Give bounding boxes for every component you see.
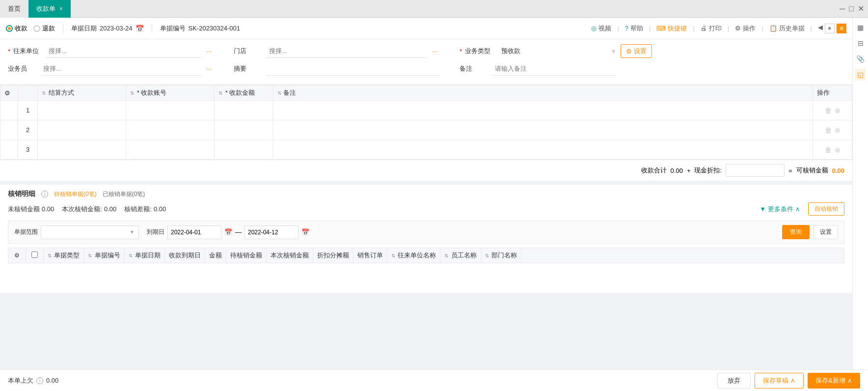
td-note-1[interactable] [273, 101, 813, 120]
td-amount-3[interactable] [215, 140, 273, 160]
select-all-checkbox[interactable] [31, 251, 38, 258]
window-close-icon[interactable]: ✕ [858, 4, 864, 13]
action-video[interactable]: ◎ 视频 [591, 24, 611, 33]
delete-row-1-icon[interactable]: 🗑 [825, 107, 832, 114]
stat-info-icon[interactable]: i [36, 377, 43, 384]
copy-row-3-icon[interactable]: ⊕ [835, 146, 841, 154]
total-label: 收款合计 [641, 166, 667, 175]
delete-row-3-icon[interactable]: 🗑 [825, 146, 832, 154]
copy-row-1-icon[interactable]: ⊕ [835, 107, 841, 114]
save-draft-button[interactable]: 保存草稿 ∧ [755, 373, 804, 389]
sort-icon-amount[interactable]: ⇅ [218, 90, 222, 96]
date-from-input[interactable] [167, 225, 221, 239]
delete-row-2-icon[interactable]: 🗑 [825, 126, 832, 134]
note-input[interactable] [492, 62, 617, 76]
summary-input[interactable] [266, 62, 440, 76]
window-maximize-icon[interactable]: □ [849, 4, 854, 13]
action-help[interactable]: ? 帮助 [625, 24, 643, 33]
staff-input[interactable] [40, 62, 201, 76]
table-row: 3 🗑 ⊕ [0, 140, 852, 160]
bth-current: 本次核销金额 [267, 248, 313, 263]
td-settings-1 [0, 101, 18, 120]
view-grid-icon[interactable]: ⊞ [837, 24, 846, 33]
tab-home[interactable]: 首页 [0, 0, 28, 18]
sort-vendor-icon[interactable]: ⇅ [391, 253, 395, 258]
radio-tuikuan[interactable]: 退款 [33, 24, 55, 33]
bth-settings[interactable]: ⚙ [8, 249, 26, 262]
sidebar-expand-icon[interactable]: ◱ [855, 69, 866, 81]
calendar-from-icon[interactable]: 📅 [224, 228, 232, 236]
td-jiesuan-2[interactable] [38, 120, 126, 140]
save-new-button[interactable]: 保存&新增 ∧ [808, 373, 860, 389]
sort-number-icon[interactable]: ⇅ [88, 253, 92, 258]
td-settings-2 [0, 120, 18, 140]
note-field: 备注 [460, 62, 617, 76]
tab-bar-right: ─ □ ✕ [840, 4, 868, 13]
td-jiesuan-1[interactable] [38, 101, 126, 120]
sort-icon-jiesuan[interactable]: ⇅ [42, 90, 46, 96]
sort-dept-icon[interactable]: ⇅ [485, 253, 489, 258]
action-print[interactable]: 🖨 打印 [701, 24, 722, 33]
settings-button[interactable]: ⚙ 设置 [621, 44, 652, 58]
sort-icon-account[interactable]: ⇅ [130, 90, 134, 96]
td-account-1[interactable] [126, 101, 215, 120]
more-conditions-btn[interactable]: ▼ 更多条件 ∧ [760, 205, 800, 214]
td-amount-2[interactable] [215, 120, 273, 140]
sort-type-icon[interactable]: ⇅ [48, 253, 52, 258]
bth-checkbox[interactable] [26, 249, 44, 262]
date-separator: — [235, 228, 242, 236]
tab-close-icon[interactable]: × [59, 0, 63, 18]
radio-tuikuan-dot [33, 25, 40, 32]
unverified-label: 未核销金额 [8, 205, 40, 214]
copy-row-2-icon[interactable]: ⊕ [835, 126, 841, 134]
verify-header: 核销明细 i 待核销单据(0笔) 已核销单据(0笔) [8, 190, 844, 198]
abandon-button[interactable]: 放弃 [717, 373, 751, 389]
print-icon: 🖨 [701, 25, 707, 32]
td-account-3[interactable] [126, 140, 215, 160]
sort-staff-icon[interactable]: ⇅ [444, 253, 448, 258]
bottom-stat: 本单上欠 i 0.00 [8, 376, 58, 385]
staff-more-btn[interactable]: ··· [204, 65, 214, 73]
sort-date-icon[interactable]: ⇅ [129, 253, 133, 258]
view-list-icon[interactable]: ≡ [825, 24, 835, 33]
sidebar-attach-icon[interactable]: 📎 [854, 53, 867, 65]
number-label: 单据编号 [160, 24, 186, 33]
calendar-icon[interactable]: 📅 [136, 25, 144, 32]
td-jiesuan-3[interactable] [38, 140, 126, 160]
td-amount-1[interactable] [215, 101, 273, 120]
vendor-input[interactable] [46, 44, 201, 58]
sidebar-doc-icon[interactable]: ⊟ [856, 37, 866, 49]
business-chevron-icon[interactable]: ▼ [610, 48, 617, 55]
shop-input[interactable] [266, 44, 427, 58]
window-minimize-icon[interactable]: ─ [840, 4, 845, 13]
discount-input[interactable] [726, 164, 785, 177]
tab-active[interactable]: 收款单 × [28, 0, 71, 18]
calendar-to-icon[interactable]: 📅 [301, 228, 309, 236]
th-note-label: 备注 [283, 89, 296, 96]
td-account-2[interactable] [126, 120, 215, 140]
tab-pending[interactable]: 待核销单据(0笔) [54, 190, 97, 198]
auto-verify-button[interactable]: 自动核销 [808, 202, 844, 216]
filter-settings-button[interactable]: 设置 [814, 225, 838, 239]
th-settings[interactable]: ⚙ [0, 85, 18, 101]
prev-page-icon[interactable]: ◀ [818, 24, 823, 33]
action-shortcut[interactable]: ⌨ 快捷键 [656, 24, 687, 33]
action-operate[interactable]: ⚙ 操作 [735, 24, 756, 33]
td-action-3: 🗑 ⊕ [813, 140, 852, 160]
tab-active-label: 收款单 [36, 0, 55, 18]
range-select[interactable]: ▼ [41, 225, 139, 239]
radio-shoukuan[interactable]: 收款 [6, 24, 27, 33]
tab-done[interactable]: 已核销单据(0笔) [103, 190, 145, 198]
action-history[interactable]: 📋 历史单据 [769, 24, 805, 33]
vendor-more-btn[interactable]: ··· [204, 47, 214, 55]
td-note-2[interactable] [273, 120, 813, 140]
th-num [18, 85, 38, 101]
shop-more-btn[interactable]: ··· [430, 47, 440, 55]
sort-icon-note[interactable]: ⇅ [277, 90, 281, 96]
current-value: 0.00 [104, 205, 116, 213]
sidebar-table-icon[interactable]: ▦ [855, 22, 866, 33]
td-note-3[interactable] [273, 140, 813, 160]
query-button[interactable]: 查询 [782, 225, 810, 239]
verify-info-icon[interactable]: i [41, 191, 48, 197]
date-to-input[interactable] [244, 225, 298, 239]
